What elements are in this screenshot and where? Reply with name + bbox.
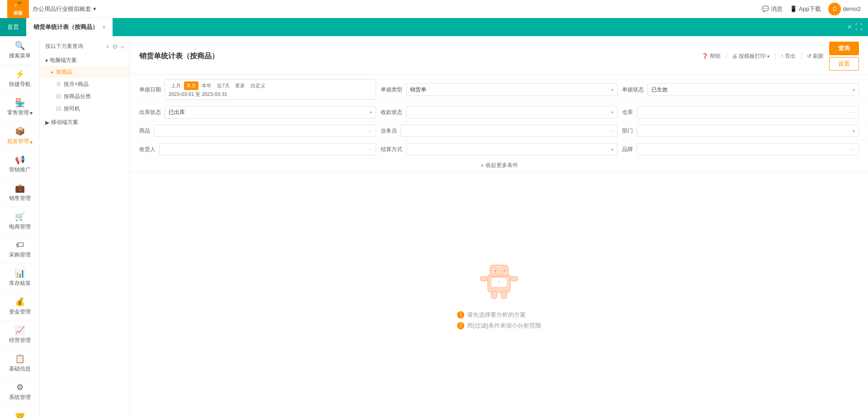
wholesale-arrow-icon: ▴: [30, 138, 33, 145]
sidebar-item-system[interactable]: ⚙ 系统管理: [0, 378, 39, 406]
help-btn[interactable]: ❓ 帮助: [702, 52, 721, 60]
sidebar-item-search-menu[interactable]: 🔍 搜索菜单: [0, 36, 39, 65]
tab-active[interactable]: 销货单统计表（按商品） ×: [26, 18, 113, 36]
filter-payment-control[interactable]: ▾: [406, 143, 618, 156]
message-btn[interactable]: 💬 消息: [762, 5, 783, 13]
refresh-icon: ↺: [807, 53, 811, 59]
settings-btn[interactable]: 设置: [829, 57, 859, 71]
scheme-item-by-goods-category[interactable]: 回 按商品分类: [40, 90, 130, 103]
filter-goods-label: 商品: [139, 127, 154, 135]
window-max-icon[interactable]: ⛶: [855, 23, 863, 31]
operations-icon: 📈: [15, 325, 25, 335]
empty-tips: 1 请先选择要分析的方案 2 用[过滤]条件来缩小分析范围: [457, 311, 541, 332]
sidebar-item-retail[interactable]: 🏪 零售管理 ▾: [0, 93, 39, 122]
sidebar-item-quick-nav[interactable]: ⚡ 快捷导航: [0, 65, 39, 93]
filter-warehouse-control[interactable]: ···: [637, 106, 859, 119]
sidebar-item-ecommerce[interactable]: 🛒 电商管理: [0, 207, 39, 236]
out-status-dropdown-icon: ▾: [370, 110, 372, 115]
tip2-text: 用[过滤]条件来缩小分析范围: [467, 322, 541, 330]
scheme-group-mobile-header[interactable]: ▶ 移动端方案: [40, 117, 130, 128]
app-download-btn[interactable]: 📱 App下载: [790, 5, 821, 13]
filter-date-control[interactable]: 上月 本月 本年 近7天 更多 自定义 2023-03-01 至 2023-03…: [165, 79, 376, 100]
sidebar-label-marketing: 营销推广: [9, 166, 31, 174]
sidebar-item-marketing[interactable]: 📢 营销推广: [0, 150, 39, 179]
content-area: 按以下方案查询 + ⚙ « ▾ 电脑端方案 ● 按商品 月: [40, 36, 868, 418]
date-btn-7days[interactable]: 近7天: [215, 81, 232, 90]
message-label: 消息: [771, 5, 783, 13]
filter-brand: 品牌 ···: [622, 143, 859, 156]
filter-type-control[interactable]: 销货单 ▾: [406, 83, 618, 96]
svg-rect-9: [501, 291, 507, 299]
collapse-btn[interactable]: ∧ 收起更多条件: [130, 159, 868, 172]
scheme-item-by-goods-category-label: 按商品分类: [64, 93, 91, 100]
date-btn-last-month[interactable]: 上月: [169, 81, 183, 90]
search-icon: 🔍: [15, 41, 25, 51]
filter-dept-label: 部门: [622, 127, 637, 135]
scheme-group-pc: ▾ 电脑端方案 ● 按商品 月 按月+商品 回 按商品分类 回 按司机: [40, 55, 130, 115]
sidebar-item-basics[interactable]: 📋 基础信息: [0, 349, 39, 378]
print-icon: 🖨: [732, 53, 737, 59]
app-dropdown-icon: ▾: [93, 5, 96, 12]
tab-close-icon[interactable]: ×: [103, 25, 105, 30]
main-action-btns: 查询 设置: [829, 42, 859, 71]
query-btn[interactable]: 查询: [829, 42, 859, 55]
sidebar-label-purchase: 采购管理: [9, 251, 31, 259]
export-btn[interactable]: ↑ 导出: [781, 52, 796, 60]
filter-out-status-control[interactable]: 已出库 ▾: [165, 106, 376, 119]
scheme-item-by-cashier[interactable]: 回 按司机: [40, 103, 130, 115]
scheme-item-by-goods[interactable]: ● 按商品: [40, 66, 130, 78]
refresh-btn[interactable]: ↺ 刷新: [807, 52, 824, 60]
print-template-btn[interactable]: 🖨 按模板打印 ▾: [732, 52, 769, 60]
filter-staff: 业务员 ···: [381, 124, 618, 137]
filter-receiver-control[interactable]: ···: [159, 143, 376, 156]
filter-status-control[interactable]: 已生效 ▾: [647, 83, 859, 96]
sidebar-item-purchase[interactable]: 🏷 采购管理: [0, 236, 39, 264]
refresh-label: 刷新: [813, 52, 824, 60]
scheme-settings-btn[interactable]: ⚙: [112, 43, 118, 50]
filter-staff-label: 业务员: [381, 127, 401, 135]
tab-home[interactable]: 首页: [0, 18, 26, 36]
scheme-collapse-btn[interactable]: «: [121, 43, 124, 50]
date-btn-custom[interactable]: 自定义: [248, 81, 268, 90]
date-btn-this-month[interactable]: 本月: [184, 81, 198, 90]
filter-goods-control[interactable]: ···: [154, 124, 376, 137]
user-menu[interactable]: D demo2: [828, 3, 861, 15]
scheme-add-btn[interactable]: +: [106, 43, 109, 50]
scheme-group-pc-label: 电脑端方案: [50, 57, 77, 64]
help-label: 帮助: [710, 52, 721, 60]
sidebar-label-quick-nav: 快捷导航: [9, 81, 31, 88]
empty-robot-icon: ?: [476, 258, 522, 304]
divider2: [775, 53, 775, 59]
filter-pay-status-control[interactable]: ▾: [406, 106, 618, 119]
type-dropdown-icon: ▾: [611, 87, 613, 92]
date-btn-this-year[interactable]: 本年: [199, 81, 214, 90]
sidebar-item-sales[interactable]: 💼 销售管理: [0, 179, 39, 207]
filter-date: 单据日期 上月 本月 本年 近7天 更多 自定义 2023-03-01 至 20…: [139, 79, 376, 100]
sidebar-item-enterprise[interactable]: 🤝 企业协同: [0, 406, 39, 418]
sidebar-item-operations[interactable]: 📈 经营管理: [0, 321, 39, 349]
page-header: 销货单统计表（按商品） ❓ 帮助 🖨 按模板打印 ▾ ↑: [130, 36, 868, 75]
filter-doc-status: 单据状态 已生效 ▾: [622, 83, 859, 96]
sidebar-item-inventory[interactable]: 📊 库存核算: [0, 264, 39, 292]
basics-icon: 📋: [15, 354, 25, 364]
empty-tip-2: 2 用[过滤]条件来缩小分析范围: [457, 322, 541, 330]
filter-staff-control[interactable]: ···: [401, 124, 618, 137]
main-content: 销货单统计表（按商品） ❓ 帮助 🖨 按模板打印 ▾ ↑: [130, 36, 868, 418]
date-btn-more[interactable]: 更多: [233, 81, 247, 90]
window-close-icon[interactable]: ×: [848, 23, 852, 31]
filter-row-3: 商品 ··· 业务员 ··· 部门 ▾: [130, 122, 868, 140]
app-selector[interactable]: 办公用品行业模拟账套 ▾: [33, 5, 96, 13]
tip-num-1: 1: [457, 311, 464, 318]
warehouse-dots: ···: [850, 109, 855, 115]
filter-dept-control[interactable]: ▾: [637, 124, 859, 137]
quick-nav-icon: ⚡: [15, 69, 25, 79]
sidebar-item-wholesale[interactable]: 📦 批发管理 ▴: [0, 122, 39, 150]
filter-goods: 商品 ···: [139, 124, 376, 137]
sidebar-item-finance[interactable]: 💰 资金管理: [0, 292, 39, 321]
filter-brand-control[interactable]: ···: [637, 143, 859, 156]
scheme-group-pc-header[interactable]: ▾ 电脑端方案: [40, 55, 130, 66]
left-panel: 按以下方案查询 + ⚙ « ▾ 电脑端方案 ● 按商品 月: [40, 36, 130, 418]
filter-row-1: 单据日期 上月 本月 本年 近7天 更多 自定义 2023-03-01 至 20…: [130, 75, 868, 103]
scheme-item-by-month-goods[interactable]: 月 按月+商品: [40, 78, 130, 90]
svg-text:?: ?: [498, 280, 500, 285]
